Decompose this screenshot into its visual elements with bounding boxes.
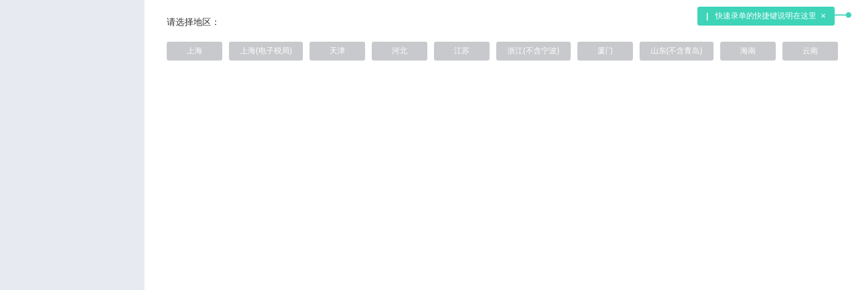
region-button-shandong[interactable]: 山东(不含青岛) — [640, 42, 714, 61]
region-button-shanghai[interactable]: 上海 — [167, 42, 222, 61]
region-button-tianjin[interactable]: 天津 — [310, 42, 365, 61]
tooltip-text: 快速录单的快捷键说明在这里 — [715, 11, 816, 21]
tooltip-line — [835, 14, 846, 16]
main-content: 请选择地区： 上海上海(电子税局)天津河北江苏浙江(不含宁波)厦门山东(不含青岛… — [144, 0, 868, 290]
tooltip-dot — [846, 12, 851, 18]
tooltip-banner: 快速录单的快捷键说明在这里 × — [697, 7, 835, 26]
region-button-yunnan[interactable]: 云南 — [782, 42, 838, 61]
region-button-shanghai-etax[interactable]: 上海(电子税局) — [229, 42, 303, 61]
region-button-zhejiang[interactable]: 浙江(不含宁波) — [496, 42, 570, 61]
region-buttons-container: 上海上海(电子税局)天津河北江苏浙江(不含宁波)厦门山东(不含青岛)海南云南 — [167, 42, 846, 61]
sidebar — [0, 0, 144, 290]
tooltip-close-button[interactable]: × — [821, 12, 826, 21]
region-button-hainan[interactable]: 海南 — [720, 42, 776, 61]
region-button-jiangsu[interactable]: 江苏 — [434, 42, 490, 61]
region-button-hebei[interactable]: 河北 — [372, 42, 427, 61]
region-button-xiamen[interactable]: 厦门 — [577, 42, 633, 61]
